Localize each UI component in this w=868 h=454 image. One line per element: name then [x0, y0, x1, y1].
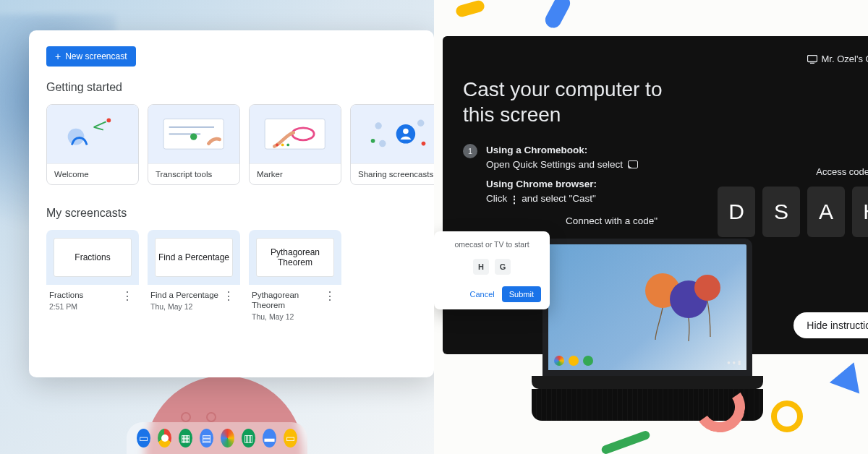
screencast-date: 2:51 PM — [49, 302, 83, 311]
slides-icon[interactable]: ▭ — [284, 429, 297, 447]
gs-thumb — [351, 105, 434, 164]
kebab-icon[interactable] — [321, 291, 339, 302]
code-input-chip[interactable]: H — [473, 259, 489, 275]
photos-icon[interactable] — [221, 429, 234, 447]
svg-rect-6 — [265, 119, 325, 150]
gs-card-welcome[interactable]: Welcome — [46, 104, 139, 185]
gs-card-label: Transcript tools — [148, 164, 239, 184]
kebab-icon[interactable] — [119, 291, 136, 302]
gs-card-label: Marker — [250, 164, 341, 184]
screencast-card[interactable]: Pythagorean Theorem Pythagorean Theorem … — [249, 230, 341, 324]
code-tile: D — [718, 187, 755, 237]
files-icon[interactable]: ▭ — [137, 429, 150, 447]
app-icon[interactable] — [583, 356, 593, 366]
svg-point-5 — [190, 134, 197, 140]
screencast-date: Thu, May 12 — [252, 312, 321, 321]
svg-point-10 — [287, 144, 290, 147]
screencast-thumb: Find a Percentage — [148, 230, 240, 285]
access-code-label: Access code — [816, 166, 868, 177]
hide-instructions-button[interactable]: Hide instructio — [793, 312, 868, 338]
svg-point-22 — [694, 275, 720, 301]
kebab-icon: ⋮ — [509, 193, 519, 207]
sheets-icon[interactable]: ▥ — [242, 429, 255, 447]
svg-point-8 — [276, 144, 279, 147]
chrome-icon[interactable] — [554, 356, 564, 366]
decoration — [455, 0, 486, 18]
submit-button[interactable]: Submit — [502, 286, 541, 302]
decoration — [542, 0, 573, 30]
decoration — [830, 357, 868, 394]
svg-point-15 — [417, 120, 424, 127]
gs-card-transcript[interactable]: Transcript tools — [148, 104, 240, 185]
chrome-icon[interactable] — [158, 429, 171, 447]
svg-point-12 — [403, 129, 409, 134]
svg-point-1 — [107, 119, 111, 123]
gs-card-sharing[interactable]: Sharing screencasts — [350, 104, 434, 185]
getting-started-heading: Getting started — [46, 81, 417, 94]
decoration — [771, 401, 803, 432]
svg-point-13 — [375, 122, 382, 129]
calendar-icon[interactable]: ▤ — [200, 429, 213, 447]
svg-point-17 — [422, 142, 426, 146]
my-screencasts-heading: My screencasts — [46, 207, 417, 220]
gs-card-label: Welcome — [47, 164, 138, 184]
plus-icon: + — [55, 51, 61, 61]
code-tile: S — [762, 187, 800, 237]
screencast-title: Find a Percentage — [150, 291, 218, 301]
access-code: D S A H — [718, 187, 868, 237]
svg-point-16 — [371, 139, 375, 143]
code-tile: H — [852, 187, 868, 237]
classroom-icon[interactable]: ▦ — [179, 429, 192, 447]
cast-code-dialog: omecast or TV to start H G Cancel Submit — [434, 231, 550, 309]
svg-point-14 — [379, 140, 386, 147]
new-screencast-button[interactable]: + New screencast — [46, 46, 136, 67]
screencast-date: Thu, May 12 — [150, 302, 218, 311]
gs-card-marker[interactable]: Marker — [249, 104, 341, 185]
getting-started-row: Welcome Transcript tools Marker — [46, 104, 417, 185]
dialog-hint: omecast or TV to start — [443, 240, 541, 249]
screencast-card[interactable]: Fractions Fractions 2:51 PM — [46, 230, 139, 324]
code-input-chip[interactable]: G — [495, 259, 511, 275]
svg-point-0 — [68, 129, 85, 145]
balloons-illustration — [635, 266, 729, 346]
step-number: 1 — [463, 144, 477, 158]
screen-icon — [807, 55, 817, 64]
code-tile: A — [807, 187, 845, 237]
screencast-card[interactable]: Find a Percentage Find a Percentage Thu,… — [148, 230, 240, 324]
screencast-title: Fractions — [49, 291, 83, 301]
screencast-title: Pythagorean Theorem — [252, 291, 321, 311]
chromeos-shelf: ▭ ▦ ▤ ▥ ▬ ▭ — [127, 422, 307, 454]
gs-thumb — [47, 105, 138, 164]
svg-rect-18 — [807, 55, 817, 61]
gs-thumb — [250, 105, 341, 164]
decoration — [600, 429, 651, 454]
laptop-status: ● ● ▮ — [727, 359, 741, 366]
screencast-thumb: Fractions — [46, 230, 139, 285]
gs-thumb — [148, 105, 239, 164]
docs-icon[interactable]: ▬ — [263, 429, 276, 447]
my-screencasts-row: Fractions Fractions 2:51 PM Find a Perce… — [46, 230, 417, 324]
cast-icon — [628, 160, 638, 168]
svg-point-9 — [281, 144, 284, 147]
cancel-button[interactable]: Cancel — [470, 286, 495, 302]
cast-title: Cast your computer to this screen — [463, 77, 694, 127]
screencast-app-window: + New screencast Getting started Welcome… — [29, 30, 434, 377]
new-screencast-label: New screencast — [65, 51, 127, 61]
laptop-shelf — [554, 356, 593, 366]
gs-card-label: Sharing screencasts — [351, 164, 434, 184]
screencast-thumb: Pythagorean Theorem — [249, 230, 341, 285]
class-name-pill: Mr. Ozel's Cla — [807, 53, 869, 64]
app-icon[interactable] — [569, 356, 579, 366]
kebab-icon[interactable] — [220, 291, 237, 302]
